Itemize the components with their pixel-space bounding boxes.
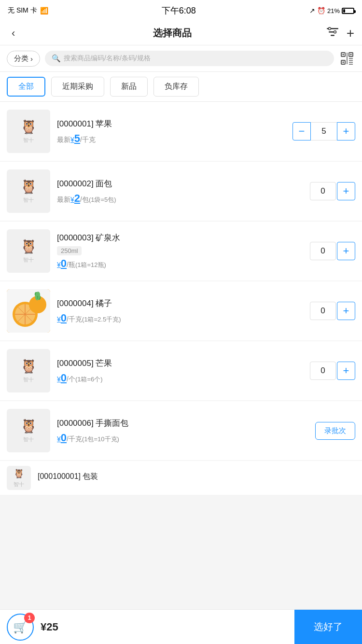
quantity-control: +: [310, 242, 355, 260]
quantity-increase-button[interactable]: +: [337, 122, 355, 140]
product-info: [0000002] 面包 最新 ¥ 2 /包 (1袋=5包): [57, 178, 303, 205]
placeholder-icon: 🦉: [20, 238, 37, 254]
product-name: [0000005] 芒果: [57, 358, 303, 369]
quantity-increase-button[interactable]: +: [337, 362, 355, 380]
product-price: 最新 ¥ 2 /包 (1袋=5包): [57, 192, 303, 205]
status-time: 下午6:08: [162, 5, 196, 16]
quantity-increase-button[interactable]: +: [337, 302, 355, 320]
tab-negative[interactable]: 负库存: [153, 77, 199, 97]
wifi-icon: 📶: [40, 7, 48, 14]
quantity-increase-button[interactable]: +: [337, 182, 355, 200]
quantity-input[interactable]: [311, 122, 337, 140]
confirm-button[interactable]: 选好了: [294, 610, 362, 644]
product-name: [000100001] 包装: [38, 472, 355, 482]
product-name: [0000001] 苹果: [57, 118, 286, 129]
svg-rect-10: [343, 62, 344, 63]
svg-rect-8: [343, 54, 344, 56]
product-spec: 250ml: [57, 246, 82, 255]
product-name: [0000006] 手撕面包: [57, 418, 308, 429]
quantity-control: +: [310, 182, 355, 200]
tab-new[interactable]: 新品: [110, 77, 148, 97]
chevron-right-icon: ›: [30, 55, 33, 63]
status-right: ↗ ⏰ 21%: [309, 7, 354, 14]
total-price: ¥25: [41, 621, 294, 633]
status-carrier: 无 SIM 卡 📶: [8, 6, 48, 15]
bottom-bar: 🛒 1 ¥25 选好了: [0, 609, 362, 644]
product-price: ¥ 0 /个 (1箱=6个): [57, 372, 303, 384]
product-thumbnail: 🦉 智十: [7, 349, 50, 392]
search-input[interactable]: 搜索商品编码/名称/条码/规格: [64, 54, 151, 63]
product-info: [0000005] 芒果 ¥ 0 /个 (1箱=6个): [57, 358, 303, 384]
filter-icon[interactable]: [326, 27, 339, 40]
status-bar: 无 SIM 卡 📶 下午6:08 ↗ ⏰ 21%: [0, 0, 362, 21]
alarm-icon: ⏰: [317, 7, 325, 14]
product-price: ¥ 0 /瓶 (1箱=12瓶): [57, 257, 303, 270]
cart-icon: 🛒: [13, 620, 28, 634]
cart-badge: 1: [24, 613, 35, 623]
list-item: 🦉 智十 [0000003] 矿泉水 250ml ¥ 0 /瓶 (1箱=12瓶)…: [0, 222, 362, 280]
search-icon: 🔍: [52, 54, 61, 63]
product-info: [0000006] 手撕面包 ¥ 0 /千克 (1包=10千克): [57, 418, 308, 444]
add-button[interactable]: +: [347, 27, 354, 40]
product-thumbnail: 🦉 智十: [7, 169, 50, 213]
location-icon: ↗: [309, 7, 315, 14]
product-name: [0000004] 橘子: [57, 298, 303, 309]
svg-rect-2: [331, 35, 334, 36]
placeholder-icon: 🦉: [14, 468, 24, 479]
list-item: [0000004] 橘子 ¥ 0 /千克 (1箱=2.5千克) +: [0, 281, 362, 340]
battery-icon: [342, 8, 354, 14]
product-price: ¥ 0 /千克 (1箱=2.5千克): [57, 312, 303, 324]
filter-bar: 分类 › 🔍 搜索商品编码/名称/条码/规格: [0, 45, 362, 72]
batch-record-button[interactable]: 录批次: [315, 422, 355, 440]
back-button[interactable]: ‹: [8, 23, 19, 43]
cart-button[interactable]: 🛒 1: [7, 614, 34, 641]
tab-recent[interactable]: 近期采购: [51, 77, 104, 97]
tab-all[interactable]: 全部: [7, 77, 45, 97]
quantity-control: − +: [292, 122, 355, 140]
product-info: [000100001] 包装: [38, 472, 355, 485]
quantity-input[interactable]: [310, 302, 336, 320]
tab-bar: 全部 近期采购 新品 负库存: [0, 72, 362, 102]
placeholder-icon: 🦉: [20, 119, 37, 135]
product-info: [0000004] 橘子 ¥ 0 /千克 (1箱=2.5千克): [57, 298, 303, 324]
quantity-input[interactable]: [310, 362, 336, 380]
list-item: 🦉 智十 [0000006] 手撕面包 ¥ 0 /千克 (1包=10千克) 录批…: [0, 401, 362, 460]
product-thumbnail: 🦉 智十: [7, 229, 50, 273]
quantity-increase-button[interactable]: +: [337, 242, 355, 260]
quantity-decrease-button[interactable]: −: [292, 122, 311, 140]
product-info: [0000001] 苹果 最新 ¥ 5 /千克: [57, 118, 286, 145]
nav-bar: ‹ 选择商品 +: [0, 21, 362, 45]
quantity-control: +: [310, 362, 355, 380]
nav-actions: +: [326, 27, 354, 40]
search-input-wrap[interactable]: 🔍 搜索商品编码/名称/条码/规格: [45, 51, 334, 66]
product-price: ¥ 0 /千克 (1包=10千克): [57, 432, 308, 444]
list-item: 🦉 智十 [0000002] 面包 最新 ¥ 2 /包 (1袋=5包) +: [0, 162, 362, 221]
category-button[interactable]: 分类 ›: [7, 51, 40, 67]
svg-point-3: [328, 27, 331, 29]
quantity-input[interactable]: [310, 182, 336, 200]
product-info: [0000003] 矿泉水 250ml ¥ 0 /瓶 (1箱=12瓶): [57, 232, 303, 270]
quantity-input[interactable]: [310, 242, 336, 260]
quantity-control: +: [310, 302, 355, 320]
product-name: [0000002] 面包: [57, 178, 303, 189]
quantity-control: 录批次: [315, 422, 355, 440]
product-thumbnail: 🦉 智十: [7, 110, 50, 153]
page-title: 选择商品: [153, 27, 192, 40]
product-thumbnail: [7, 289, 50, 333]
list-item: 🦉 智十 [000100001] 包装: [0, 461, 362, 495]
product-thumbnail: 🦉 智十: [7, 409, 50, 452]
list-item: 🦉 智十 [0000005] 芒果 ¥ 0 /个 (1箱=6个) +: [0, 341, 362, 400]
placeholder-icon: 🦉: [20, 358, 37, 374]
scan-icon[interactable]: [339, 50, 355, 67]
svg-point-4: [334, 30, 336, 33]
placeholder-icon: 🦉: [20, 179, 37, 195]
svg-rect-9: [350, 54, 352, 56]
placeholder-icon: 🦉: [20, 418, 37, 434]
product-name: [0000003] 矿泉水: [57, 232, 303, 243]
list-item: 🦉 智十 [0000001] 苹果 最新 ¥ 5 /千克 − +: [0, 102, 362, 161]
product-price: 最新 ¥ 5 /千克: [57, 132, 286, 145]
product-list: 🦉 智十 [0000001] 苹果 最新 ¥ 5 /千克 − + 🦉 智十: [0, 102, 362, 495]
product-thumbnail: 🦉 智十: [7, 466, 31, 490]
